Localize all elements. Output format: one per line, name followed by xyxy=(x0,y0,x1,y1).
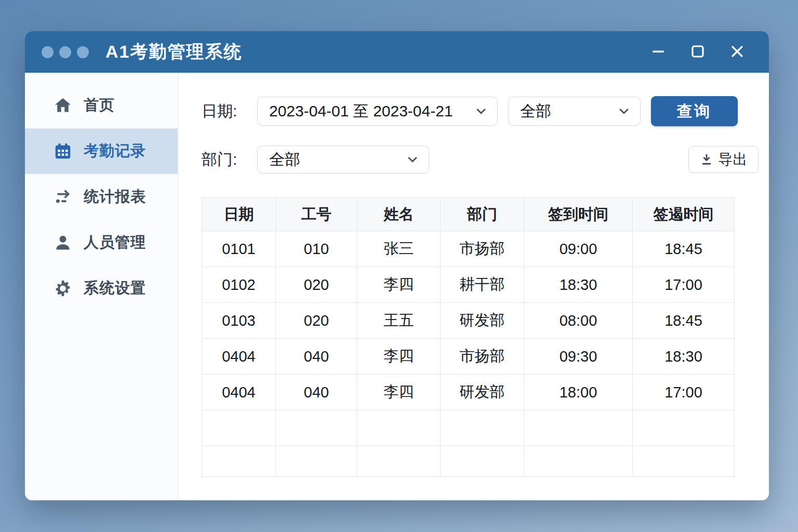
sidebar-item-personnel-management[interactable]: 人员管理 xyxy=(25,220,178,265)
calendar-icon xyxy=(54,142,72,161)
table-cell: 08:00 xyxy=(524,303,633,339)
table-cell xyxy=(441,410,524,446)
chevron-down-icon xyxy=(406,153,419,166)
table-cell xyxy=(276,446,357,477)
table-cell: 020 xyxy=(276,303,357,339)
user-icon xyxy=(54,233,72,252)
chevron-down-icon xyxy=(474,104,488,118)
download-icon xyxy=(700,153,713,166)
close-icon xyxy=(729,44,745,61)
table-cell: 李四 xyxy=(357,375,441,410)
export-button-label: 导出 xyxy=(719,150,748,169)
table-cell: 18:30 xyxy=(524,267,633,303)
sidebar-item-statistics-report[interactable]: 统计报表 xyxy=(25,174,178,220)
table-row: 0404 040 李四 研发部 18:00 17:00 xyxy=(202,375,735,410)
export-button[interactable]: 导出 xyxy=(688,146,759,173)
table-cell: 020 xyxy=(276,267,357,303)
sidebar-item-label: 首页 xyxy=(84,95,115,116)
table-cell: 18:45 xyxy=(633,231,735,267)
column-header-department: 部门 xyxy=(441,198,524,231)
sidebar-item-home[interactable]: 首页 xyxy=(25,83,178,128)
table-row: 0404 040 李四 市扬部 09:30 18:30 xyxy=(202,339,735,375)
stats-icon xyxy=(54,188,72,206)
sidebar-item-label: 考勤记录 xyxy=(84,141,146,162)
table-cell: 17:00 xyxy=(633,267,735,303)
window-content: 首页 考勤记录 xyxy=(25,73,769,500)
department-label: 部门: xyxy=(202,149,243,170)
status-dropdown[interactable]: 全部 xyxy=(508,97,641,126)
table-cell: 李四 xyxy=(357,339,441,375)
app-window: A1考勤管理系统 xyxy=(25,31,769,500)
table-cell: 0102 xyxy=(202,267,276,303)
table-cell: 09:00 xyxy=(524,231,633,267)
table-cell: 研发部 xyxy=(441,303,524,339)
department-value: 全部 xyxy=(269,149,300,170)
sidebar-item-label: 统计报表 xyxy=(84,187,146,207)
table-row: 0103 020 王五 研发部 08:00 18:45 xyxy=(202,303,735,339)
sidebar-item-label: 人员管理 xyxy=(84,232,146,253)
date-filter-row: 日期: 2023-04-01 至 2023-04-21 全部 查询 xyxy=(202,96,759,126)
table-row: 0101 010 张三 市扬部 09:00 18:45 xyxy=(202,231,735,267)
maximize-icon xyxy=(690,44,706,61)
table-cell: 0404 xyxy=(202,339,276,375)
maximize-button[interactable] xyxy=(686,40,710,64)
close-button[interactable] xyxy=(725,40,749,64)
table-row xyxy=(202,410,735,446)
table-cell xyxy=(633,410,735,446)
status-value: 全部 xyxy=(520,101,551,122)
table-cell: 0101 xyxy=(202,231,276,267)
date-range-dropdown[interactable]: 2023-04-01 至 2023-04-21 xyxy=(257,97,498,126)
sidebar: 首页 考勤记录 xyxy=(25,73,178,500)
home-icon xyxy=(54,96,72,115)
sidebar-item-system-settings[interactable]: 系统设置 xyxy=(25,265,178,311)
traffic-dots xyxy=(42,46,89,58)
table-cell: 王五 xyxy=(357,303,441,339)
titlebar: A1考勤管理系统 xyxy=(25,31,769,73)
query-button[interactable]: 查询 xyxy=(651,96,738,126)
date-label: 日期: xyxy=(202,101,243,122)
sidebar-item-label: 系统设置 xyxy=(84,278,146,299)
minimize-icon xyxy=(650,44,666,61)
column-header-date: 日期 xyxy=(202,198,276,231)
date-range-value: 2023-04-01 至 2023-04-21 xyxy=(269,101,453,122)
table-cell: 18:45 xyxy=(633,303,735,339)
table-cell: 0404 xyxy=(202,375,276,410)
table-cell: 市扬部 xyxy=(441,231,524,267)
chevron-down-icon xyxy=(617,104,631,118)
table-cell: 李四 xyxy=(357,267,441,303)
window-dot-icon xyxy=(42,46,54,58)
table-cell: 市扬部 xyxy=(441,339,524,375)
gear-icon xyxy=(54,279,72,298)
window-title: A1考勤管理系统 xyxy=(105,40,242,64)
table-row: 0102 020 李四 耕干部 18:30 17:00 xyxy=(202,267,735,303)
window-controls xyxy=(646,40,749,64)
column-header-checkout-time: 签遏时间 xyxy=(633,198,735,231)
table-cell: 18:30 xyxy=(633,339,735,375)
minimize-button[interactable] xyxy=(646,40,670,64)
column-header-name: 姓名 xyxy=(357,198,441,231)
table-cell: 040 xyxy=(276,339,357,375)
table-cell: 09:30 xyxy=(524,339,633,375)
table-header-row: 日期 工号 姓名 部门 签到时间 签遏时间 xyxy=(202,198,735,231)
table-cell xyxy=(441,446,524,477)
department-filter-row: 部门: 全部 导出 xyxy=(202,145,759,174)
table-cell xyxy=(357,446,441,477)
department-dropdown[interactable]: 全部 xyxy=(257,145,429,174)
table-header: 日期 工号 姓名 部门 签到时间 签遏时间 xyxy=(202,198,735,231)
sidebar-item-attendance-records[interactable]: 考勤记录 xyxy=(25,128,178,174)
table-cell: 18:00 xyxy=(524,375,633,410)
table-cell: 0103 xyxy=(202,303,276,339)
table-cell: 耕干部 xyxy=(441,267,524,303)
attendance-table: 日期 工号 姓名 部门 签到时间 签遏时间 0101 010 张三 市扬部 09… xyxy=(202,197,735,477)
table-cell: 研发部 xyxy=(441,375,524,410)
window-dot-icon xyxy=(59,46,71,58)
table-cell xyxy=(202,410,276,446)
table-cell xyxy=(276,410,357,446)
table-cell: 张三 xyxy=(357,231,441,267)
table-cell xyxy=(357,410,441,446)
table-cell: 17:00 xyxy=(633,375,735,410)
table-cell xyxy=(524,410,633,446)
table-cell xyxy=(524,446,633,477)
column-header-checkin-time: 签到时间 xyxy=(524,198,633,231)
table-cell: 010 xyxy=(276,231,357,267)
